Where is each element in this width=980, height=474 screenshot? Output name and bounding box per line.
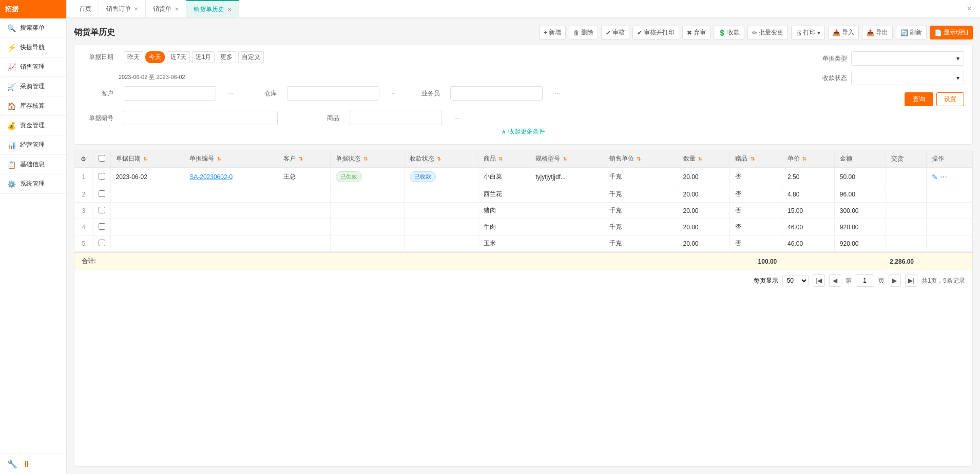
sidebar-item-label: 销售管理 <box>20 63 45 71</box>
customer-more-icon[interactable]: ··· <box>226 90 236 97</box>
tab-sales-history-close[interactable]: ✕ <box>227 7 232 12</box>
row-amount-2: 300.00 <box>834 203 886 219</box>
first-page-button[interactable]: |◀ <box>813 274 825 287</box>
th-doc-date[interactable]: 单据日期 ⇅ <box>110 150 184 168</box>
docno-input[interactable] <box>124 111 278 125</box>
sidebar-item-basic-info[interactable]: 📋 基础信息 <box>0 155 66 174</box>
th-doc-status[interactable]: 单据状态 ⇅ <box>331 150 405 168</box>
row-edit-icon[interactable]: ✎ <box>932 173 938 181</box>
import-button[interactable]: 📥 导入 <box>828 26 859 40</box>
collapse-button[interactable]: ∧ 收起更多条件 <box>83 125 964 138</box>
sidebar-item-search-menu[interactable]: 🔍 搜索菜单 <box>0 18 66 38</box>
toolbar: + 新增 🗑 删除 ✔ 审核 ✔ 审核并打印 ✖ 弃审 <box>539 26 973 40</box>
audit-button[interactable]: ✔ 审核 <box>601 26 629 40</box>
sidebar-item-finance-mgmt[interactable]: 💰 资金管理 <box>0 116 66 135</box>
pagination: 每页显示 50 100 200 |◀ ◀ 第 1 页 ▶ ▶| 共1页，5条记录 <box>74 270 972 291</box>
date-today[interactable]: 今天 <box>145 51 165 63</box>
tab-sales-order-close[interactable]: ✕ <box>134 6 138 12</box>
th-spec[interactable]: 规格型号 ⇅ <box>530 150 604 168</box>
content-area: 销货单历史 + 新增 🗑 删除 ✔ 审核 ✔ 审核并打印 <box>67 18 980 474</box>
new-button[interactable]: + 新增 <box>539 26 566 40</box>
page-size-select[interactable]: 50 100 200 <box>782 275 809 286</box>
export-button[interactable]: 📤 导出 <box>862 26 893 40</box>
show-detail-button[interactable]: 📄 显示明细 <box>930 26 973 40</box>
print-button[interactable]: 🖨 打印 ▾ <box>791 26 825 40</box>
audit-print-button[interactable]: ✔ 审核并打印 <box>632 26 679 40</box>
date-1month[interactable]: 近1月 <box>192 51 215 63</box>
th-gear[interactable]: ⚙ <box>74 150 93 168</box>
row-checkbox-2[interactable] <box>93 203 110 219</box>
salesperson-more-icon[interactable]: ··· <box>553 90 562 97</box>
date-yesterday[interactable]: 昨天 <box>124 51 143 63</box>
row-checkbox-0[interactable] <box>93 168 110 186</box>
tab-bar-right: — ✕ <box>957 5 975 12</box>
discard-button[interactable]: ✖ 弃审 <box>682 26 710 40</box>
tab-sales-history[interactable]: 销货单历史 ✕ <box>186 0 239 17</box>
tab-close-all-icon[interactable]: ✕ <box>967 5 972 12</box>
row-doc-no-3 <box>184 219 278 235</box>
th-unit[interactable]: 销售单位 ⇅ <box>604 150 678 168</box>
row-unit-price-1: 4.80 <box>782 186 835 203</box>
date-7days[interactable]: 近7天 <box>167 51 190 63</box>
sidebar-collapse-icon[interactable]: ⏸ <box>23 460 31 469</box>
prev-page-button[interactable]: ◀ <box>829 274 841 287</box>
tab-sales-delivery-close[interactable]: ✕ <box>175 6 179 12</box>
th-collect-status[interactable]: 收款状态 ⇅ <box>404 150 478 168</box>
delete-button[interactable]: 🗑 删除 <box>569 26 598 40</box>
home-icon: 🏠 <box>7 102 16 110</box>
th-customer[interactable]: 客户 ⇅ <box>278 150 331 168</box>
date-more[interactable]: 更多 <box>217 51 236 63</box>
sidebar-item-ops-mgmt[interactable]: 📊 经营管理 <box>0 135 66 155</box>
customer-input[interactable] <box>124 86 216 101</box>
refresh-button[interactable]: 🔄 刷新 <box>896 26 927 40</box>
row-checkbox-3[interactable] <box>93 219 110 235</box>
page-number-input[interactable]: 1 <box>856 274 874 287</box>
goods-more-icon[interactable]: ··· <box>452 114 462 122</box>
warehouse-input[interactable] <box>287 86 379 101</box>
sidebar-item-sales-mgmt[interactable]: 📈 销售管理 <box>0 57 66 77</box>
collect-button[interactable]: 💲 收款 <box>714 26 744 40</box>
row-num-4: 5 <box>74 235 93 252</box>
tab-sales-order[interactable]: 销售订单 ✕ <box>99 0 146 17</box>
unit-sort-icon: ⇅ <box>637 156 641 162</box>
goods-input[interactable] <box>350 111 442 125</box>
sidebar-item-label: 库存核算 <box>20 102 45 110</box>
next-page-button[interactable]: ▶ <box>889 274 901 287</box>
batch-change-button[interactable]: ✏ 批量变更 <box>747 26 788 40</box>
warehouse-label: 仓库 <box>246 89 277 98</box>
collect-status-select[interactable]: ▾ <box>851 71 964 85</box>
tab-home[interactable]: 首页 <box>72 0 99 17</box>
sidebar-item-purchase-mgmt[interactable]: 🛒 采购管理 <box>0 77 66 96</box>
th-unit-price[interactable]: 单价 ⇅ <box>782 150 835 168</box>
sidebar-item-sys-mgmt[interactable]: ⚙️ 系统管理 <box>0 174 66 194</box>
th-goods[interactable]: 商品 ⇅ <box>478 150 530 168</box>
tab-sales-delivery[interactable]: 销货单 ✕ <box>146 0 186 17</box>
th-doc-no[interactable]: 单据编号 ⇅ <box>184 150 278 168</box>
query-button[interactable]: 查询 <box>905 92 933 106</box>
doc-no-link[interactable]: SA-20230602-0 <box>189 173 233 181</box>
doc-type-select[interactable]: ▾ <box>851 51 964 66</box>
th-qty[interactable]: 数量 ⇅ <box>678 150 730 168</box>
row-doc-status-2 <box>331 203 405 219</box>
row-checkbox-4[interactable] <box>93 235 110 252</box>
row-checkbox-1[interactable] <box>93 186 110 203</box>
filter-row-docno: 单据编号 商品 ··· <box>83 111 806 125</box>
date-custom[interactable]: 自定义 <box>238 51 264 63</box>
warehouse-more-icon[interactable]: ··· <box>390 90 399 97</box>
salesperson-input[interactable] <box>450 86 543 101</box>
last-page-button[interactable]: ▶| <box>905 274 917 287</box>
th-checkbox[interactable] <box>93 150 110 168</box>
row-more-icon[interactable]: ⋯ <box>940 173 947 181</box>
sidebar-item-inventory[interactable]: 🏠 库存核算 <box>0 96 66 116</box>
settings-button[interactable]: 设置 <box>936 92 964 106</box>
select-all-checkbox[interactable] <box>99 155 105 162</box>
th-gift[interactable]: 赠品 ⇅ <box>730 150 782 168</box>
row-num-0: 1 <box>74 168 93 186</box>
lightning-icon: ⚡ <box>7 44 16 52</box>
row-doc-no-4 <box>184 235 278 252</box>
row-doc-no-0[interactable]: SA-20230602-0 <box>184 168 278 186</box>
footer-total-amount: 2,286.00 <box>890 258 914 265</box>
sidebar-item-quick-nav[interactable]: ⚡ 快捷导航 <box>0 38 66 57</box>
tab-min-icon[interactable]: — <box>957 5 964 12</box>
sidebar-settings-icon[interactable]: 🔧 <box>7 459 17 469</box>
